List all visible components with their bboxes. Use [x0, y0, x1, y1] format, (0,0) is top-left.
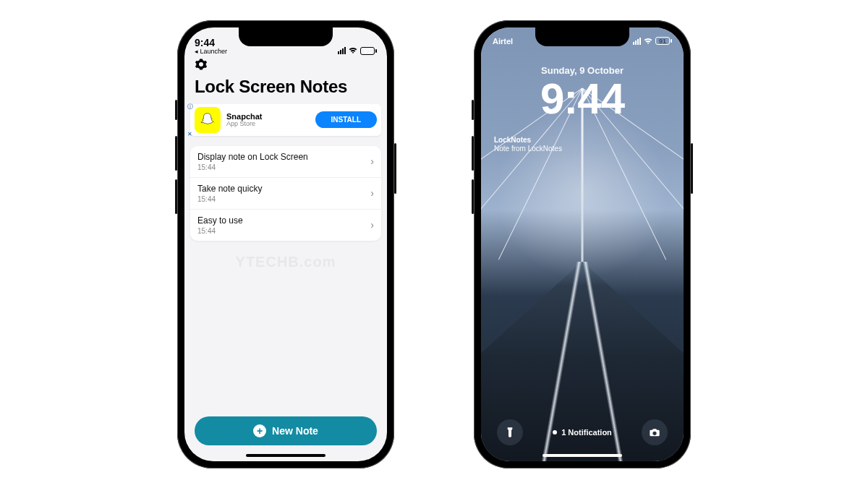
ad-app-name: Snapchat — [226, 112, 310, 121]
phone-right: Airtel 91 Sunday, 9 October 9:44 LockNot… — [474, 20, 691, 468]
lockscreen-date: Sunday, 9 October — [481, 65, 684, 76]
notch — [239, 27, 333, 46]
chevron-right-icon: › — [370, 155, 374, 167]
note-title: Easy to use — [197, 215, 243, 226]
widget-body: Note from LockNotes — [494, 145, 562, 154]
notification-summary[interactable]: 1 Notification — [553, 428, 612, 437]
battery-icon: 91 — [655, 37, 672, 45]
new-note-button[interactable]: + New Note — [195, 416, 377, 445]
chevron-right-icon: › — [370, 219, 374, 231]
page-title: Lock Screen Notes — [195, 77, 377, 97]
phone-left: 9:44 ◂ Launcher 91 Lock Screen Notes ⓘ ✕ — [177, 20, 394, 468]
cellular-icon — [338, 47, 346, 54]
ad-text: Snapchat App Store — [226, 112, 310, 128]
status-time: 9:44 — [195, 38, 227, 48]
wifi-icon — [644, 38, 652, 45]
note-time: 15:44 — [197, 163, 308, 171]
note-row[interactable]: Easy to use 15:44 › — [190, 210, 381, 241]
wifi-icon — [349, 47, 357, 54]
cellular-icon — [633, 38, 641, 45]
lockscreen-clock: Sunday, 9 October 9:44 — [481, 65, 684, 121]
flashlight-icon — [504, 427, 516, 438]
flashlight-button[interactable] — [497, 419, 523, 445]
notch — [535, 27, 629, 46]
home-indicator[interactable] — [246, 454, 326, 457]
lockscreen-time: 9:44 — [481, 77, 684, 121]
new-note-label: New Note — [272, 425, 318, 437]
ad-info-icon[interactable]: ⓘ — [187, 103, 193, 111]
lockscreen-widget[interactable]: LockNotes Note from LockNotes — [494, 136, 562, 154]
note-title: Take note quicky — [197, 184, 262, 194]
note-title: Display note on Lock Screen — [197, 152, 308, 162]
notification-label: 1 Notification — [561, 428, 612, 437]
camera-button[interactable] — [642, 419, 668, 445]
gear-icon[interactable] — [195, 58, 208, 71]
app-header: Lock Screen Notes — [184, 55, 387, 101]
status-right-cluster: 91 — [338, 47, 377, 55]
watermark: YTECHB.com — [236, 253, 336, 270]
install-button[interactable]: INSTALL — [315, 111, 377, 128]
note-row[interactable]: Display note on Lock Screen 15:44 › — [190, 146, 381, 178]
comparison-stage: 9:44 ◂ Launcher 91 Lock Screen Notes ⓘ ✕ — [0, 0, 868, 488]
screen-lockscreen: Airtel 91 Sunday, 9 October 9:44 LockNot… — [481, 27, 684, 461]
carrier-label: Airtel — [493, 37, 513, 46]
lockscreen-bottom-bar: 1 Notification — [481, 419, 684, 445]
status-right-cluster: 91 — [633, 37, 672, 45]
note-time: 15:44 — [197, 195, 262, 203]
widget-title: LockNotes — [494, 136, 562, 145]
ad-app-source: App Store — [226, 121, 310, 128]
screen-app: 9:44 ◂ Launcher 91 Lock Screen Notes ⓘ ✕ — [184, 27, 387, 461]
plus-icon: + — [253, 424, 266, 437]
notes-list: Display note on Lock Screen 15:44 › Take… — [190, 146, 381, 241]
ad-app-icon — [195, 107, 221, 133]
note-time: 15:44 — [197, 227, 243, 235]
home-indicator[interactable] — [542, 454, 622, 457]
chevron-right-icon: › — [370, 187, 374, 199]
ad-close-icon[interactable]: ✕ — [187, 131, 192, 137]
dot-icon — [553, 430, 557, 435]
battery-icon: 91 — [360, 47, 377, 55]
camera-icon — [649, 427, 660, 438]
snapchat-ghost-icon — [200, 112, 216, 128]
note-row[interactable]: Take note quicky 15:44 › — [190, 178, 381, 210]
status-back-to-app[interactable]: ◂ Launcher — [195, 48, 227, 55]
ad-banner[interactable]: ⓘ ✕ Snapchat App Store INSTALL — [190, 104, 381, 136]
